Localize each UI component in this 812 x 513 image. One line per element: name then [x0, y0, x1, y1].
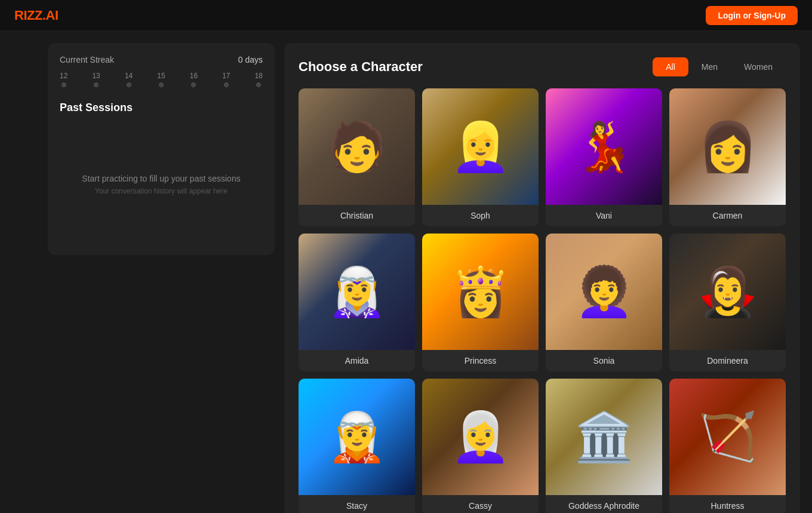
- character-image-cassy: 👩‍🦳: [422, 379, 539, 495]
- character-name-cassy: Cassy: [422, 495, 539, 513]
- character-name-sonia: Sonia: [546, 350, 662, 371]
- empty-sessions: Start practicing to fill up your past se…: [60, 126, 263, 243]
- character-image-stacy: 🧝: [299, 379, 415, 495]
- character-name-huntress: Huntress: [669, 495, 786, 513]
- character-name-soph: Soph: [422, 205, 539, 226]
- character-avatar-amida: 🧝‍♀️: [299, 234, 415, 350]
- character-image-aphrodite: 🏛️: [546, 379, 662, 495]
- character-avatar-stacy: 🧝: [299, 379, 415, 495]
- streak-label: Current Streak: [60, 55, 114, 64]
- character-name-christian: Christian: [299, 205, 415, 226]
- character-card-soph[interactable]: 👱‍♀️ Soph: [422, 88, 539, 226]
- day-dot: [191, 82, 196, 87]
- day-dot: [127, 82, 131, 87]
- character-card-amida[interactable]: 🧝‍♀️ Amida: [299, 234, 415, 371]
- character-image-sonia: 👩‍🦱: [546, 234, 662, 350]
- empty-sessions-sub: Your conversation history will appear he…: [95, 187, 227, 195]
- day-number: 16: [190, 72, 198, 80]
- character-card-stacy[interactable]: 🧝 Stacy: [299, 379, 415, 513]
- character-image-huntress: 🏹: [669, 379, 786, 495]
- app-header: RIZZ.AI Login or Sign-Up: [0, 0, 812, 31]
- app-logo: RIZZ.AI: [14, 8, 59, 23]
- main-layout: Current Streak 0 days 12 13 14 15 16 17 …: [0, 31, 812, 513]
- day-item: 17: [222, 72, 230, 87]
- character-name-domineera: Domineera: [669, 350, 786, 371]
- character-image-princess: 👸: [422, 234, 539, 350]
- character-card-huntress[interactable]: 🏹 Huntress: [669, 379, 786, 513]
- character-avatar-vani: 💃: [546, 88, 662, 205]
- character-name-vani: Vani: [546, 205, 662, 226]
- day-dot: [256, 82, 261, 87]
- filter-tabs: AllMenWomen: [653, 57, 786, 76]
- streak-header: Current Streak 0 days: [60, 55, 263, 64]
- day-dot: [159, 82, 164, 87]
- character-avatar-christian: 🧑: [299, 88, 415, 205]
- character-name-aphrodite: Goddess Aphrodite: [546, 495, 662, 513]
- character-name-amida: Amida: [299, 350, 415, 371]
- login-button[interactable]: Login or Sign-Up: [706, 6, 798, 25]
- character-card-sonia[interactable]: 👩‍🦱 Sonia: [546, 234, 662, 371]
- day-item: 16: [190, 72, 198, 87]
- day-number: 14: [125, 72, 133, 80]
- day-number: 17: [222, 72, 230, 80]
- character-image-carmen: 👩: [669, 88, 786, 205]
- day-dot: [94, 82, 99, 87]
- filter-tab-women[interactable]: Women: [731, 57, 786, 76]
- character-image-domineera: 🧛‍♀️: [669, 234, 786, 350]
- day-item: 12: [60, 72, 67, 87]
- character-avatar-sonia: 👩‍🦱: [546, 234, 662, 350]
- character-name-stacy: Stacy: [299, 495, 415, 513]
- character-card-domineera[interactable]: 🧛‍♀️ Domineera: [669, 234, 786, 371]
- day-number: 13: [92, 72, 100, 80]
- character-avatar-carmen: 👩: [669, 88, 786, 205]
- day-number: 15: [157, 72, 165, 80]
- character-card-christian[interactable]: 🧑 Christian: [299, 88, 415, 226]
- day-item: 14: [125, 72, 133, 87]
- filter-tab-all[interactable]: All: [653, 57, 688, 76]
- character-card-carmen[interactable]: 👩 Carmen: [669, 88, 786, 226]
- character-name-carmen: Carmen: [669, 205, 786, 226]
- streak-section: Current Streak 0 days 12 13 14 15 16 17 …: [60, 55, 263, 87]
- character-card-cassy[interactable]: 👩‍🦳 Cassy: [422, 379, 539, 513]
- character-avatar-soph: 👱‍♀️: [422, 88, 539, 205]
- streak-value: 0 days: [238, 55, 263, 64]
- empty-sessions-main: Start practicing to fill up your past se…: [82, 174, 240, 183]
- day-number: 12: [60, 72, 67, 80]
- character-image-christian: 🧑: [299, 88, 415, 205]
- character-grid: 🧑 Christian 👱‍♀️ Soph 💃 Vani 👩: [299, 88, 786, 513]
- page-title: Choose a Character: [299, 59, 423, 75]
- content-header: Choose a Character AllMenWomen: [299, 57, 786, 76]
- day-dot: [61, 82, 66, 87]
- character-card-vani[interactable]: 💃 Vani: [546, 88, 662, 226]
- character-avatar-cassy: 👩‍🦳: [422, 379, 539, 495]
- character-image-vani: 💃: [546, 88, 662, 205]
- character-avatar-domineera: 🧛‍♀️: [669, 234, 786, 350]
- character-name-princess: Princess: [422, 350, 539, 371]
- main-content: Choose a Character AllMenWomen 🧑 Christi…: [284, 43, 800, 513]
- streak-days: 12 13 14 15 16 17 18: [60, 72, 263, 87]
- past-sessions-section: Past Sessions Start practicing to fill u…: [60, 102, 263, 243]
- filter-tab-men[interactable]: Men: [688, 57, 731, 76]
- character-card-aphrodite[interactable]: 🏛️ Goddess Aphrodite: [546, 379, 662, 513]
- character-image-soph: 👱‍♀️: [422, 88, 539, 205]
- character-image-amida: 🧝‍♀️: [299, 234, 415, 350]
- character-avatar-aphrodite: 🏛️: [546, 379, 662, 495]
- day-item: 15: [157, 72, 165, 87]
- day-item: 13: [92, 72, 100, 87]
- past-sessions-title: Past Sessions: [60, 102, 263, 114]
- day-number: 18: [255, 72, 263, 80]
- character-avatar-princess: 👸: [422, 234, 539, 350]
- character-avatar-huntress: 🏹: [669, 379, 786, 495]
- character-card-princess[interactable]: 👸 Princess: [422, 234, 539, 371]
- sidebar: Current Streak 0 days 12 13 14 15 16 17 …: [48, 43, 275, 255]
- day-item: 18: [255, 72, 263, 87]
- day-dot: [224, 82, 229, 87]
